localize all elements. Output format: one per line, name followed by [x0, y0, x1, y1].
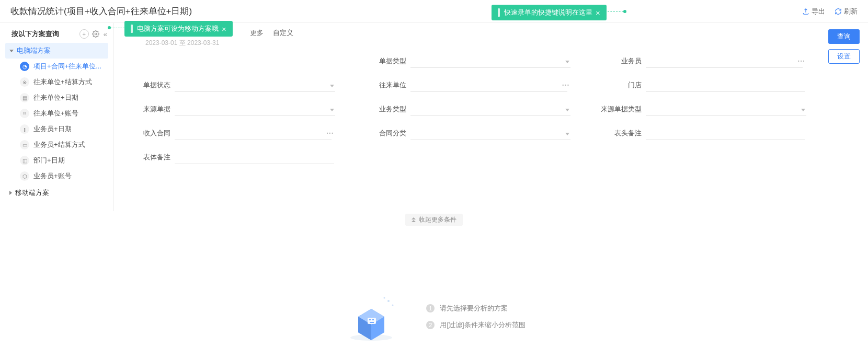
- chevron-down-icon[interactable]: [565, 57, 569, 65]
- more-icon[interactable]: ···: [326, 131, 334, 136]
- close-icon[interactable]: ×: [222, 25, 226, 33]
- field-body-remark: 表体备注: [130, 150, 334, 164]
- cube-icon: ⬡: [20, 171, 29, 181]
- field-bill-type: 单据类型: [366, 54, 570, 68]
- field-biz-type: 业务类型: [366, 102, 570, 116]
- sidebar-title: 按以下方案查询: [12, 29, 77, 39]
- collapse-filters-bar: 收起更多条件: [0, 211, 868, 228]
- tree-item-unit-settletype[interactable]: ※ 往来单位+结算方式: [16, 74, 108, 90]
- input-bill-type[interactable]: [410, 54, 571, 68]
- step-number: 2: [426, 321, 435, 329]
- chevron-up-icon: [412, 217, 416, 222]
- svg-point-6: [387, 300, 390, 302]
- svg-rect-5: [370, 322, 374, 323]
- filter-form: 单据类型 业务员 ··· 单据状态 往来单位 ··· 门店: [130, 42, 810, 171]
- refresh-button[interactable]: 刷新: [835, 7, 858, 16]
- input-store[interactable]: [646, 78, 805, 92]
- label-body-remark: 表体备注: [130, 153, 170, 162]
- tree-group-desktop: 电脑端方案 ◔ 项目+合同+往来单位... ※ 往来单位+结算方式 ▤ 往来单位…: [5, 43, 108, 184]
- label-biz-type: 业务类型: [366, 105, 406, 114]
- input-bill-status[interactable]: [175, 78, 335, 92]
- label-source-bill-type: 来源单据类型: [601, 105, 642, 114]
- more-icon[interactable]: ···: [797, 59, 805, 64]
- sidebar: 按以下方案查询 + « 电脑端方案 ◔ 项目+合同+往来单位...: [0, 23, 114, 211]
- settings-button[interactable]: 设置: [828, 49, 860, 64]
- collapse-sidebar-button[interactable]: «: [102, 30, 108, 38]
- add-scheme-button[interactable]: +: [79, 29, 89, 39]
- tree-item-sales-settletype[interactable]: ▭ 业务员+结算方式: [16, 137, 108, 153]
- input-body-remark[interactable]: [175, 150, 334, 164]
- chevron-down-icon: [9, 50, 14, 52]
- input-biz-type[interactable]: [410, 102, 571, 116]
- filter-area: 电脑方案可设为移动方案哦 × 更多 自定义 2023-03-01 至 2023-…: [114, 23, 821, 211]
- svg-point-8: [384, 297, 385, 299]
- label-partner: 往来单位: [366, 80, 406, 90]
- header-actions: 导出 刷新: [802, 7, 858, 16]
- tree-item-dept-date[interactable]: ◫ 部门+日期: [16, 153, 108, 168]
- page-header: 收款情况统计(项目+收入合同+往来单位+日期) 导出 刷新: [0, 0, 868, 23]
- chevron-down-icon[interactable]: [330, 82, 334, 89]
- more-icon[interactable]: ···: [562, 83, 570, 88]
- field-source-bill-type: 来源单据类型: [601, 102, 805, 116]
- empty-illustration: [342, 291, 405, 343]
- chevron-down-icon[interactable]: [330, 106, 334, 113]
- chevron-down-icon[interactable]: [801, 106, 805, 113]
- chevron-down-icon[interactable]: [565, 130, 569, 137]
- tree-item-unit-date[interactable]: ▤ 往来单位+日期: [16, 90, 108, 106]
- grid-icon: ⌗: [20, 109, 29, 118]
- tree-item-project-contract[interactable]: ◔ 项目+合同+往来单位...: [16, 59, 108, 74]
- tree-group-header-desktop[interactable]: 电脑端方案: [5, 43, 108, 59]
- collapse-filters-button[interactable]: 收起更多条件: [405, 214, 463, 226]
- field-head-remark: 表头备注: [601, 126, 805, 140]
- tooltip-mobile-scheme: 电脑方案可设为移动方案哦 ×: [124, 21, 233, 37]
- tooltip-dot: [108, 26, 111, 29]
- clock-icon: ◔: [20, 62, 29, 71]
- action-buttons: 查询 设置: [821, 23, 868, 211]
- svg-point-7: [392, 305, 394, 306]
- field-income-contract: 收入合同 ···: [130, 126, 334, 140]
- label-store: 门店: [601, 80, 642, 90]
- input-head-remark[interactable]: [646, 126, 805, 140]
- field-store: 门店: [601, 78, 805, 92]
- tooltip-connector: [111, 28, 124, 28]
- empty-state: 1 请先选择要分析的方案 2 用[过滤]条件来缩小分析范围: [0, 228, 868, 359]
- input-salesperson[interactable]: [646, 54, 803, 68]
- svg-rect-3: [369, 319, 371, 320]
- tree-group-mobile: 移动端方案: [5, 185, 108, 201]
- field-bill-status: 单据状态: [130, 78, 334, 92]
- tree-item-sales-date[interactable]: ⫿ 业务员+日期: [16, 121, 108, 137]
- label-source-bill: 来源单据: [130, 105, 170, 114]
- tree-children-desktop: ◔ 项目+合同+往来单位... ※ 往来单位+结算方式 ▤ 往来单位+日期 ⌗ …: [5, 59, 108, 184]
- empty-steps: 1 请先选择要分析的方案 2 用[过滤]条件来缩小分析范围: [426, 304, 525, 330]
- input-source-bill-type[interactable]: [646, 102, 806, 116]
- tooltip-shortcut-info: 快速录单的快捷键说明在这里 ×: [492, 5, 607, 20]
- tree-item-sales-account[interactable]: ⬡ 业务员+账号: [16, 168, 108, 184]
- export-icon: [802, 8, 809, 15]
- chart-icon: ※: [20, 77, 29, 87]
- input-source-bill[interactable]: [175, 102, 335, 116]
- tab-more[interactable]: 更多: [250, 28, 264, 38]
- input-partner[interactable]: [410, 78, 567, 92]
- input-income-contract[interactable]: [175, 126, 332, 140]
- input-contract-class[interactable]: [410, 126, 571, 140]
- label-income-contract: 收入合同: [130, 129, 170, 138]
- query-button[interactable]: 查询: [828, 29, 860, 44]
- svg-rect-2: [368, 318, 376, 324]
- tree-group-header-mobile[interactable]: 移动端方案: [5, 185, 108, 201]
- tooltip-connector: [608, 11, 623, 12]
- tree-item-unit-account[interactable]: ⌗ 往来单位+账号: [16, 106, 108, 121]
- list-icon: ▤: [20, 93, 29, 102]
- close-icon[interactable]: ×: [596, 8, 600, 17]
- export-button[interactable]: 导出: [802, 7, 825, 16]
- tab-custom[interactable]: 自定义: [273, 28, 293, 38]
- tooltip-dot: [623, 10, 626, 13]
- chevron-down-icon[interactable]: [565, 106, 569, 113]
- scheme-tree: 电脑端方案 ◔ 项目+合同+往来单位... ※ 往来单位+结算方式 ▤ 往来单位…: [0, 42, 113, 207]
- bar-icon: ⫿: [20, 124, 29, 134]
- chevron-right-icon: [9, 191, 12, 195]
- main-workspace: 按以下方案查询 + « 电脑端方案 ◔ 项目+合同+往来单位...: [0, 23, 868, 211]
- label-contract-class: 合同分类: [366, 129, 406, 138]
- settings-icon[interactable]: [91, 29, 100, 39]
- field-contract-class: 合同分类: [366, 126, 570, 140]
- label-bill-status: 单据状态: [130, 80, 170, 90]
